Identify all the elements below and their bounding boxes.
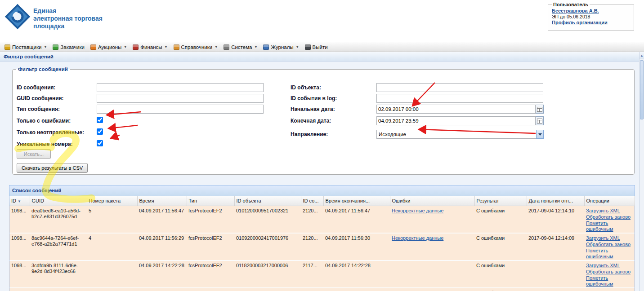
column-header-guid[interactable]: GUID: [30, 196, 87, 206]
message-guid-input[interactable]: [97, 94, 264, 103]
vertical-scrollbar[interactable]: ▲: [639, 52, 644, 291]
operation-link[interactable]: Загрузить XML: [586, 208, 633, 214]
operation-link[interactable]: Пометить ошибочным: [586, 248, 633, 260]
column-header-label: Время окончания...: [326, 198, 370, 203]
scrollbar-thumb[interactable]: [640, 60, 644, 119]
cell-id-so: 2120...: [301, 206, 323, 233]
column-header-attempt-date[interactable]: Дата попытки отп...: [527, 196, 584, 206]
chevron-down-icon: ▼: [296, 45, 299, 48]
cell-end-time: 04.09.2017 11:56:30: [323, 233, 390, 260]
org-profile-link[interactable]: Профиль организации: [552, 20, 630, 25]
logo-line: электронная торговая: [33, 15, 103, 22]
end-date-label: Конечная дата:: [291, 118, 331, 124]
message-guid-label: GUID сообщения:: [17, 95, 64, 101]
column-header-id[interactable]: ID▼: [9, 196, 30, 206]
page-title: Фильтр сообщений: [0, 52, 54, 59]
chevron-down-icon: ▼: [124, 45, 127, 48]
operation-link[interactable]: Загрузить XML: [586, 263, 633, 269]
cell-time: 04.09.2017: [137, 288, 187, 291]
unique-numbers-checkbox[interactable]: [97, 140, 103, 146]
column-header-id-so[interactable]: ID со...: [301, 196, 323, 206]
end-date-input[interactable]: [376, 116, 536, 125]
column-header-label: Номер пакета: [89, 198, 121, 203]
exit-door-icon: [305, 44, 311, 50]
unique-numbers-label: Уникальные номера:: [17, 141, 73, 147]
direction-dropdown-button[interactable]: [536, 130, 544, 139]
start-date-label: Начальная дата:: [291, 106, 335, 112]
cell-errors: Некорректные данные: [390, 233, 474, 260]
message-type-input[interactable]: [97, 105, 264, 114]
only-unsent-label: Только неотправленные:: [17, 129, 84, 136]
operation-link[interactable]: Пометить ошибочным: [586, 220, 633, 232]
cell-packet-number: 4: [87, 233, 137, 260]
only-errors-checkbox[interactable]: [97, 117, 103, 123]
cell-result: С ошибками: [474, 233, 527, 260]
menu-item-directories[interactable]: Справочники▼: [172, 42, 222, 52]
error-details-link[interactable]: Некорректные данные: [392, 235, 443, 241]
etp-logo-icon: [4, 4, 31, 30]
cell-time: 04.09.2017 11:56:47: [137, 206, 187, 233]
menu-item-system[interactable]: Система▼: [222, 42, 261, 52]
cell-packet-number: 5: [87, 288, 137, 291]
download-csv-button[interactable]: Скачать результаты в CSV: [17, 163, 88, 173]
log-event-id-input[interactable]: [376, 94, 543, 103]
operation-link[interactable]: Обработать заново: [586, 242, 633, 247]
cell-type: fcsProtocolEF2: [187, 233, 234, 260]
menu-item-finance[interactable]: Финансы▼: [131, 42, 171, 52]
menu-item-journals[interactable]: Журналы▼: [261, 42, 303, 52]
column-header-errors[interactable]: Ошибки: [390, 196, 474, 206]
column-header-label: ID объекта: [237, 198, 261, 203]
menu-item-auctions[interactable]: Аукционы▼: [89, 42, 131, 52]
operation-link[interactable]: Пометить ошибочным: [586, 275, 633, 287]
cell-errors: [390, 260, 474, 288]
cell-guid: dea0bed6-ea10-a56d-b2c7-e831d326075d: [30, 206, 87, 233]
operation-link[interactable]: Обработать заново: [586, 214, 633, 220]
operation-link[interactable]: Обработать заново: [586, 269, 633, 275]
cell-end-time: 04.09.2017 11:56:47: [323, 206, 390, 233]
column-header-type[interactable]: Тип: [187, 196, 234, 206]
column-header-time[interactable]: Время: [137, 196, 187, 206]
message-id-input[interactable]: [97, 83, 264, 92]
logo-line: площадка: [33, 22, 103, 30]
column-header-end-time[interactable]: Время окончания...: [323, 196, 390, 206]
cell-object-id: 0101200009517002321: [234, 206, 301, 233]
app-logo-title: Единая электронная торговая площадка: [33, 7, 103, 30]
direction-select[interactable]: Исходящие: [376, 130, 544, 139]
suppliers-folder-icon: [4, 44, 10, 50]
message-type-label: Тип сообщения:: [17, 106, 60, 112]
start-date-field: [376, 105, 544, 114]
chevron-down-icon: [538, 133, 542, 136]
error-details-link[interactable]: Некорректные данные: [392, 208, 443, 213]
table-row: 1098...08ad378b-9905-0b..7..504.09.2017f…: [9, 288, 635, 291]
start-date-input[interactable]: [376, 105, 536, 114]
scroll-up-icon[interactable]: ▲: [640, 52, 644, 59]
cell-type: fcsProtocolEF2: [187, 260, 234, 288]
end-date-calendar-button[interactable]: [536, 116, 544, 125]
grid-body: 1098...dea0bed6-ea10-a56d-b2c7-e831d3260…: [9, 206, 635, 291]
finance-bank-icon: [133, 44, 139, 50]
column-header-label: Тип: [189, 198, 197, 203]
menu-item-label: Выйти: [313, 44, 328, 50]
column-header-object-id[interactable]: ID объекта: [234, 196, 301, 206]
column-header-label: Ошибки: [392, 198, 411, 203]
only-unsent-checkbox[interactable]: [97, 128, 103, 135]
menu-item-label: Журналы: [271, 44, 293, 50]
object-id-input[interactable]: [376, 83, 543, 92]
menu-item-exit[interactable]: Выйти: [303, 42, 332, 52]
menu-item-customers[interactable]: Заказчики: [51, 42, 89, 52]
column-header-operations[interactable]: Операции: [584, 196, 635, 206]
start-date-calendar-button[interactable]: [536, 105, 544, 114]
column-header-result[interactable]: Результат: [474, 196, 527, 206]
cell-guid: 08ad378b-9905-0b..7..: [30, 288, 87, 291]
filter-panel: Фильтр сообщений ID сообщения: GUID сооб…: [12, 66, 635, 175]
user-name-link[interactable]: Бесстрашнова А.В.: [552, 8, 630, 13]
user-panel: Пользователь Бесстрашнова А.В. ЭП до 05.…: [548, 2, 634, 31]
search-button[interactable]: Искать...: [17, 149, 51, 159]
cell-id-so: 2120...: [301, 233, 323, 260]
table-row: 1098...8ac9644a-7264-e6ef-e768-a2b2a7747…: [9, 233, 635, 260]
operation-link[interactable]: Загрузить XML: [586, 235, 633, 241]
customers-icon: [53, 44, 58, 50]
column-header-packet-number[interactable]: Номер пакета: [87, 196, 137, 206]
chevron-down-icon: ▼: [215, 45, 218, 48]
menu-item-suppliers[interactable]: Поставщики▼: [3, 42, 51, 52]
